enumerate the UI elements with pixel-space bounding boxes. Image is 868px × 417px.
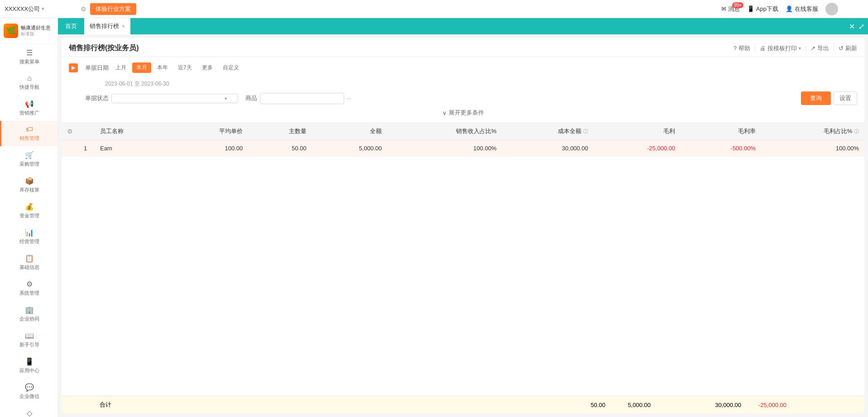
row-sales-pct: 100.00% xyxy=(387,140,502,157)
date-tabs: 上月 本月 本年 近7天 更多 自定义 xyxy=(111,62,243,73)
avatar[interactable] xyxy=(825,3,838,15)
logo-text: 畅康通好生意 xyxy=(21,24,51,31)
date-tab-prev-month[interactable]: 上月 xyxy=(111,62,130,73)
date-tab-more[interactable]: 更多 xyxy=(198,62,217,73)
gear-icon[interactable]: ⚙ xyxy=(81,5,86,13)
basic-info-icon: 📋 xyxy=(25,254,34,263)
sidebar-item-system[interactable]: ⚙ 系统管理 xyxy=(0,275,58,301)
query-button[interactable]: 查询 xyxy=(801,91,831,105)
cost-help-icon[interactable]: ⓘ xyxy=(583,129,588,134)
logo-sub: 标准版 xyxy=(21,31,51,37)
inventory-icon: 📦 xyxy=(25,177,34,185)
sidebar-item-purchase[interactable]: 🛒 采购管理 xyxy=(0,146,58,172)
sidebar-item-member[interactable]: ◇ 畅会员 xyxy=(0,404,58,417)
expand-more-button[interactable]: ∨ 展开更多条件 xyxy=(69,109,857,117)
main-layout: 🌿 畅康通好生意 标准版 ☰ 搜索菜单 ⌂ 快捷导航 📢 营销推广 🏷 销售管理… xyxy=(0,18,868,417)
top-bar: XXXXXX公司 ▾ ⚙ 体验行业方案 ✉ 消息 99+ 📱 App下载 👤 在… xyxy=(0,0,868,18)
product-more-icon[interactable]: ··· xyxy=(347,95,351,101)
window-restore-icon[interactable]: ⤢ xyxy=(858,22,864,31)
col-cost: 成本全额 ⓘ xyxy=(502,123,594,140)
col-avg-price: 平均单价 xyxy=(172,123,249,140)
print-chevron-icon: ▾ xyxy=(799,46,801,51)
operations-icon: 📊 xyxy=(25,228,34,237)
sidebar-label-search: 搜索菜单 xyxy=(19,58,39,65)
marketing-icon: 📢 xyxy=(25,100,34,108)
tab-home[interactable]: 首页 xyxy=(58,18,84,34)
sidebar-label-sales: 销售管理 xyxy=(19,135,39,142)
sidebar-item-enterprise[interactable]: 🏢 企业协同 xyxy=(0,301,58,327)
system-icon: ⚙ xyxy=(26,280,33,288)
sidebar-item-quick-nav[interactable]: ⌂ 快捷导航 xyxy=(0,70,58,95)
row-gross-pct: 100.00% xyxy=(761,140,864,157)
date-tab-last7[interactable]: 近7天 xyxy=(174,62,196,73)
company-selector[interactable]: XXXXXX公司 ▾ xyxy=(5,5,77,13)
table-settings-icon[interactable]: ⚙ xyxy=(67,128,73,135)
product-input[interactable] xyxy=(260,93,344,104)
divider3 xyxy=(834,45,834,52)
tab-bar-right: ✕ ⤢ xyxy=(849,22,868,31)
col-index xyxy=(78,123,95,140)
gross-pct-help-icon[interactable]: ⓘ xyxy=(854,129,859,134)
product-filter: 商品 ··· xyxy=(245,93,351,104)
sidebar-item-search[interactable]: ☰ 搜索菜单 xyxy=(0,44,58,70)
sidebar: 🌿 畅康通好生意 标准版 ☰ 搜索菜单 ⌂ 快捷导航 📢 营销推广 🏷 销售管理… xyxy=(0,18,58,417)
message-badge: 99+ xyxy=(732,2,743,8)
table-header-row: ⚙ 员工名称 平均单价 主数量 全额 销售收入占比% 成本全额 ⓘ 毛利 xyxy=(62,123,864,140)
company-chevron-icon: ▾ xyxy=(42,6,44,12)
online-service-button[interactable]: 👤 在线客服 xyxy=(786,5,818,13)
trial-button[interactable]: 体验行业方案 xyxy=(90,3,136,15)
status-select[interactable]: ▾ xyxy=(111,94,238,103)
refresh-button[interactable]: ↺ 刷新 xyxy=(839,44,857,53)
sidebar-label-guide: 新手引导 xyxy=(19,341,39,348)
sidebar-item-guide[interactable]: 📖 新手引导 xyxy=(0,327,58,353)
col-gross-rate: 毛利率 xyxy=(681,123,761,140)
print-button[interactable]: 🖨 按模板打印 ▾ xyxy=(760,44,801,53)
sidebar-item-operations[interactable]: 📊 经营管理 xyxy=(0,224,58,249)
message-button[interactable]: ✉ 消息 99+ xyxy=(721,5,740,13)
tab-close-icon[interactable]: × xyxy=(122,23,125,29)
sidebar-label-basic-info: 基础信息 xyxy=(19,264,39,271)
total-gross: -25,000.00 xyxy=(741,402,786,408)
row-index: 1 xyxy=(78,140,95,157)
app-download-button[interactable]: 📱 App下载 xyxy=(747,5,778,13)
sidebar-item-sales[interactable]: 🏷 销售管理 xyxy=(0,121,58,146)
sidebar-logo: 🌿 畅康通好生意 标准版 xyxy=(0,18,58,44)
sidebar-item-finance[interactable]: 💰 资金管理 xyxy=(0,198,58,224)
tab-bar: 首页 销售排行榜 × ✕ ⤢ xyxy=(58,18,868,34)
date-tab-this-month[interactable]: 本月 xyxy=(132,62,151,73)
row-cost: 30,000.00 xyxy=(502,140,594,157)
total-cost: 30,000.00 xyxy=(696,402,741,408)
finance-icon: 💰 xyxy=(25,202,34,211)
sidebar-label-app-center: 应用中心 xyxy=(19,367,39,374)
message-icon: ✉ xyxy=(721,5,726,12)
window-close-icon[interactable]: ✕ xyxy=(849,22,855,31)
sidebar-item-inventory[interactable]: 📦 库存核算 xyxy=(0,172,58,198)
sales-table: ⚙ 员工名称 平均单价 主数量 全额 销售收入占比% 成本全额 ⓘ 毛利 xyxy=(62,123,864,157)
chevron-down-icon: ∨ xyxy=(442,110,447,116)
date-range-row: 2023-06-01 至 2023-06-30 xyxy=(105,80,857,88)
help-button[interactable]: ? 帮助 xyxy=(734,44,750,53)
sidebar-item-app-center[interactable]: 📱 应用中心 xyxy=(0,353,58,379)
service-icon: 👤 xyxy=(786,5,793,12)
logo-icon: 🌿 xyxy=(4,24,18,38)
date-tab-custom[interactable]: 自定义 xyxy=(219,62,243,73)
purchase-icon: 🛒 xyxy=(25,151,34,159)
date-tab-this-year[interactable]: 本年 xyxy=(153,62,172,73)
status-filter: 单据状态 ▾ xyxy=(85,94,238,103)
sidebar-label-quick-nav: 快捷导航 xyxy=(19,84,39,91)
export-button[interactable]: ↗ 导出 xyxy=(810,44,829,53)
top-bar-right: ✉ 消息 99+ 📱 App下载 👤 在线客服 xyxy=(721,3,863,15)
sidebar-item-wechat[interactable]: 💬 企业微信 xyxy=(0,379,58,404)
total-main-qty: 50.00 xyxy=(569,402,605,408)
product-label: 商品 xyxy=(245,94,257,102)
sidebar-item-basic-info[interactable]: 📋 基础信息 xyxy=(0,249,58,275)
sidebar-item-marketing[interactable]: 📢 营销推广 xyxy=(0,95,58,121)
sales-icon: 🏷 xyxy=(26,125,33,134)
page-actions: ? 帮助 🖨 按模板打印 ▾ ↗ 导出 xyxy=(734,44,857,53)
filter-settings-button[interactable]: 设置 xyxy=(834,91,857,105)
export-icon: ↗ xyxy=(810,45,815,52)
filter-collapse-btn[interactable]: ▶ xyxy=(69,63,78,72)
sidebar-label-inventory: 库存核算 xyxy=(19,187,39,193)
sidebar-label-purchase: 采购管理 xyxy=(19,161,39,168)
tab-sales-ranking[interactable]: 销售排行榜 × xyxy=(84,18,130,34)
